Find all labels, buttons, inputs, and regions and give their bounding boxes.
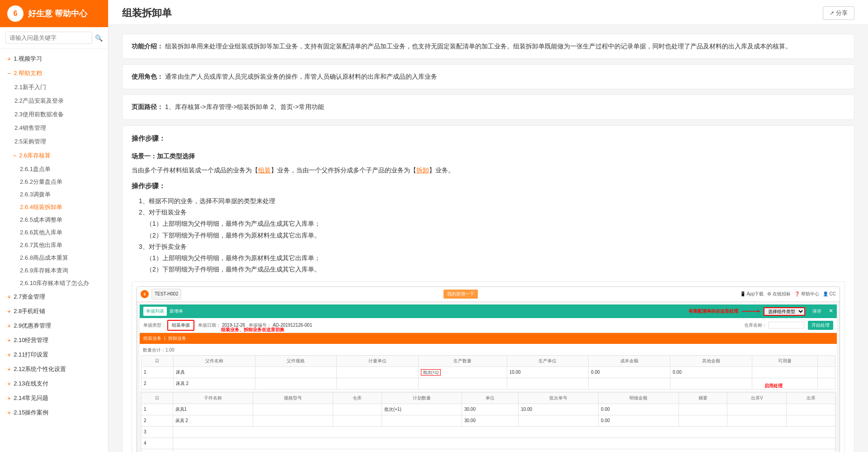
sidebar-item-label: 2.10经营管理 — [14, 336, 48, 344]
sidebar-item-label: 2.13在线支付 — [14, 380, 48, 388]
sim-topbar: 6 TEST-H002 我的新增一下 📱 App下载 ⚙ 在线招标 ❓ 帮助中心… — [137, 287, 840, 302]
step3-label: 3、对于拆卖业务 — [139, 241, 845, 252]
expand-icon: + — [7, 366, 11, 373]
func-intro-label: 功能介绍： — [132, 43, 163, 50]
sidebar-item-label: 2.15操作案例 — [14, 409, 48, 417]
sim-type-bar: 组装业务 | 拆卸业务 组装业务、拆卸业务在这里切换 — [140, 333, 837, 344]
page-title: 组装拆卸单 — [122, 6, 172, 20]
sidebar-item-1[interactable]: + 1.视频学习 — [0, 52, 108, 66]
sim-tab2[interactable]: 新增单 — [170, 307, 183, 315]
step2-1: （1）上部明细为父件明细，最终作为产成品生成其它入库单； — [146, 218, 845, 229]
sim-tab-active[interactable]: 单据列表 — [143, 307, 167, 316]
sim-th-cost: 成本金额 — [589, 355, 670, 366]
main-content: 组装拆卸单 ↗ 分享 功能介绍： 组装拆卸单用来处理企业组装或拆卸等加工业务，支… — [108, 0, 868, 452]
svg-marker-1 — [758, 310, 760, 313]
sidebar-item-2-6-1[interactable]: 2.6.1盘点单 — [0, 163, 108, 176]
role-text: 通常由生产人员或库管人员完成拆装业务的操作，库管人员确认原材料的出库和产成品的入… — [165, 73, 437, 80]
table-row: 1 床具1 批次(+1) 30.00 10.00 0.00 — [142, 404, 835, 415]
sidebar-item-label: 2.11打印设置 — [14, 351, 48, 359]
sim-modal-close[interactable]: ✕ — [829, 306, 833, 316]
expand-icon: + — [7, 395, 11, 402]
sidebar-item-2-6-9[interactable]: 2.6.9库存账本查询 — [0, 264, 108, 277]
path-block: 页面路径： 1、库存核算->库存管理->组装拆卸单 2、首页->常用功能 — [122, 95, 854, 119]
sim-th-other: 其他金额 — [670, 355, 752, 366]
sidebar-item-2-6-7[interactable]: 2.6.7其他出库单 — [0, 239, 108, 252]
sim-type-select[interactable]: 选择组件类型 — [764, 307, 805, 316]
screenshot-container: 6 TEST-H002 我的新增一下 📱 App下载 ⚙ 在线招标 ❓ 帮助中心… — [132, 281, 845, 452]
expand-icon: + — [7, 409, 11, 416]
sim-modal-header: 单据列表 新增单 有装配清单的在这里处理 选择组件类型 — [140, 305, 837, 318]
sim-th-seq: ☑ — [142, 355, 174, 366]
expand-icon: + — [7, 351, 11, 358]
app-title: 好生意 帮助中心 — [28, 8, 87, 19]
sidebar-item-2-12[interactable]: + 2.12系统个性化设置 — [0, 362, 108, 376]
sidebar-item-2-10[interactable]: + 2.10经营管理 — [0, 333, 108, 347]
step3-1: （1）上部明细为父件明细，最终作为原材料生成其它出库单； — [146, 252, 845, 264]
sim-logo: 6 — [141, 290, 149, 298]
search-input[interactable] — [5, 32, 92, 44]
expand-icon: + — [7, 337, 11, 344]
sidebar-item-2-8[interactable]: + 2.8手机旺铺 — [0, 304, 108, 319]
sim-warehouse-input[interactable] — [768, 322, 804, 328]
scenario1-label: 场景一：加工类型选择 — [132, 151, 845, 162]
sidebar-item-2-13[interactable]: + 2.13在线支付 — [0, 376, 108, 391]
sidebar-item-2-6-8[interactable]: 2.6.8商品成本重算 — [0, 252, 108, 264]
table-row: 5 — [142, 449, 835, 452]
sim-th-avail: 可用量 — [752, 355, 817, 366]
sim-right-nav: 📱 App下载 ⚙ 在线招标 ❓ 帮助中心 👤 CC — [740, 290, 836, 298]
sim-field-warehouse: 仓库名称： — [744, 321, 804, 329]
sidebar-item-2-7[interactable]: + 2.7资金管理 — [0, 290, 108, 304]
sidebar-item-2-5[interactable]: 2.5采购管理 — [0, 135, 108, 148]
scenario1-desc: 当由多个子件材料组装成一个成品的业务为【组装】业务，当由一个父件拆分成多个子产品… — [132, 165, 845, 176]
sidebar-item-2-15[interactable]: + 2.15操作案例 — [0, 405, 108, 420]
step1: 1、根据不同的业务，选择不同单据的类型来处理 — [139, 195, 845, 207]
table-row: 1 床具 批次(+1) 10.00 0.00 0.00 — [142, 366, 835, 378]
sidebar-item-label: 2.12系统个性化设置 — [14, 365, 66, 373]
search-icon[interactable]: 🔍 — [95, 34, 103, 42]
sidebar-item-2-6-3[interactable]: 2.6.3调拨单 — [0, 188, 108, 201]
sidebar-item-2-6-5[interactable]: 2.6.5成本调整单 — [0, 214, 108, 226]
sidebar-item-2-14[interactable]: + 2.14常见问题 — [0, 391, 108, 405]
sidebar-item-2-6[interactable]: − 2.6库存核算 — [0, 148, 108, 163]
sidebar-item-2-4[interactable]: 2.4销售管理 — [0, 121, 108, 135]
sidebar-item-label: 2.8手机旺铺 — [14, 307, 45, 315]
sim-new-btn[interactable]: 我的新增一下 — [443, 290, 478, 299]
sidebar-item-2-1[interactable]: 2.1新手入门 — [0, 81, 108, 94]
sidebar-item-2-3[interactable]: 2.3使用前数据准备 — [0, 108, 108, 121]
sim-field-type: 单据类型： 组装单据 — [143, 320, 194, 331]
step2-label: 2、对于组装业务 — [139, 207, 845, 218]
sidebar-item-2-6-4[interactable]: 2.6.4组装拆卸单 — [0, 201, 108, 214]
sidebar-item-2-6-2[interactable]: 2.6.2分量盘点单 — [0, 176, 108, 188]
table-row: 3 — [142, 426, 835, 438]
sim-th-spec: 父件规格 — [255, 355, 337, 366]
step3-2: （2）下部明细为子件明细，最终作为产成品生成其它入库单。 — [146, 264, 845, 275]
sim-th-pqty: 生产单位 — [507, 355, 589, 366]
sim-th-unit: 计量单位 — [337, 355, 419, 366]
sim-table-area: 数量合计：1.00 ☑ 父件名称 父件规格 计量单位 生产数量 — [140, 344, 837, 391]
sim-modal-save[interactable]: 保存 — [809, 307, 825, 316]
app-logo: 6 — [7, 5, 24, 22]
sidebar-item-2-11[interactable]: + 2.11打印设置 — [0, 347, 108, 362]
expand-icon: + — [7, 293, 11, 300]
nav-list: + 1.视频学习 − 2.帮助文档 2.1新手入门 2.2产品安装及登录 2.3… — [0, 49, 108, 452]
annotation-2: 组装业务、拆卸业务在这里切换 — [221, 326, 284, 334]
sim-modal: 单据列表 新增单 有装配清单的在这里处理 选择组件类型 — [137, 302, 840, 452]
sim-doc-type[interactable]: 组装单据 — [167, 320, 194, 331]
sim-ok-btn[interactable]: 开始处理 — [808, 321, 833, 330]
ops-steps-label: 操作步骤： — [132, 180, 845, 192]
sim-type-bar-label2: 拆卸业务 — [168, 334, 186, 343]
sidebar-item-2[interactable]: − 2.帮助文档 — [0, 66, 108, 81]
sidebar-item-label: 2.9优惠券管理 — [14, 322, 51, 330]
annotation-arrow-1 — [742, 309, 760, 314]
sidebar-item-2-9[interactable]: + 2.9优惠券管理 — [0, 319, 108, 333]
steps-block: 操作步骤： 场景一：加工类型选择 当由多个子件材料组装成一个成品的业务为【组装】… — [122, 125, 854, 452]
annotation-1: 有装配清单的在这里处理 — [689, 307, 738, 315]
table-row: 2 床具 2 — [142, 378, 835, 389]
table-row: 2 床具 2 30.00 0.00 — [142, 415, 835, 426]
sidebar-item-2-2[interactable]: 2.2产品安装及登录 — [0, 94, 108, 108]
share-button[interactable]: ↗ 分享 — [823, 6, 854, 20]
sim-sub-area: 启用处理 ☑ 子件名称 规格型号 仓库 计划数量 单位 — [140, 391, 837, 452]
sidebar-item-label: 1.视频学习 — [14, 55, 42, 63]
sidebar-item-2-6-10[interactable]: 2.6.10库存账本错了怎么办 — [0, 277, 108, 290]
sidebar-item-2-6-6[interactable]: 2.6.6其他入库单 — [0, 226, 108, 239]
